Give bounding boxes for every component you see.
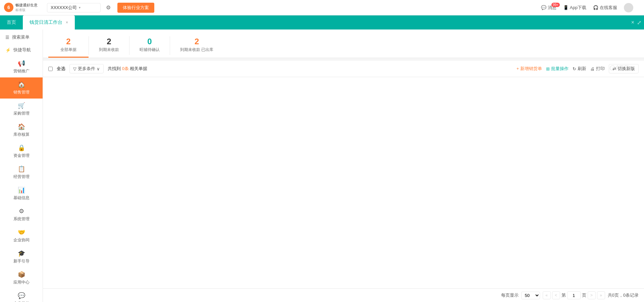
next-page-button[interactable]: > xyxy=(588,291,596,299)
tab-close-icon[interactable]: × xyxy=(66,20,68,25)
page-label: 第 xyxy=(561,292,566,298)
sales-icon: 🏠 xyxy=(18,81,25,88)
guide-icon: 🎓 xyxy=(18,250,25,257)
top-header: 6 畅捷通好生意 标准版 XXXXXX公司 ▾ ⚙ 体验行业方案 💬 消息 99… xyxy=(0,0,644,15)
message-icon: 💬 xyxy=(541,5,546,10)
tab-bar: 首页 钱货日清工作台 × × ⤢ xyxy=(0,15,644,29)
page-nav: « < 第 页 > » xyxy=(543,291,605,299)
last-page-button[interactable]: » xyxy=(597,291,605,299)
print-icon: 🖨 xyxy=(590,66,595,71)
sidebar-item-inventory[interactable]: 🏠 库存核算 xyxy=(0,120,43,141)
logo-icon: 6 xyxy=(4,3,13,12)
cooperation-icon: 🤝 xyxy=(18,229,25,236)
main-layout: ☰ 搜索菜单 ⚡ 快捷导航 📢 营销推广 🏠 销售管理 🛒 采购管理 🏠 库存核… xyxy=(0,29,644,302)
sidebar-item-finance[interactable]: 🔒 资金管理 xyxy=(0,141,43,162)
select-all-checkbox[interactable] xyxy=(48,67,53,71)
tab-home[interactable]: 首页 xyxy=(0,15,23,29)
purchase-icon: 🛒 xyxy=(18,102,25,109)
stat-tab-pending[interactable]: 0 旺辅待确认 xyxy=(129,34,170,58)
logo-area: 6 畅捷通好生意 标准版 xyxy=(4,3,47,12)
stat-tab-all[interactable]: 2 全部单据 xyxy=(48,34,89,58)
service-icon: 🎧 xyxy=(593,5,598,10)
switch-icon: ⇄ xyxy=(612,66,616,71)
finance-icon: 🔒 xyxy=(18,144,25,152)
online-service-button[interactable]: 🎧 在线客服 xyxy=(593,5,617,11)
toolbar-right: + 新增销货单 ⊞ 批量操作 ↻ 刷新 🖨 打印 ⇄ 切换新版 xyxy=(517,64,639,73)
sidebar-item-app-center[interactable]: 📦 应用中心 xyxy=(0,267,43,289)
logo-sub: 标准版 xyxy=(15,8,38,12)
avatar[interactable] xyxy=(624,3,633,12)
stat-number-all: 2 xyxy=(66,37,70,46)
settings-button[interactable]: ⚙ xyxy=(103,3,113,13)
quick-nav-icon: ⚡ xyxy=(5,48,11,53)
close-window-icon[interactable]: × xyxy=(631,19,634,26)
stat-tab-overdue[interactable]: 2 到期未收款 xyxy=(89,34,129,58)
message-button[interactable]: 💬 消息 99+ xyxy=(541,5,556,11)
found-count: 0条 xyxy=(122,66,129,71)
company-selector[interactable]: XXXXXX公司 ▾ xyxy=(47,3,101,12)
page-number-input[interactable] xyxy=(567,291,581,299)
toolbar: 全选 ▽ 更多条件 ∨ 共找到 0条 相关单据 + 新增销货单 ⊞ 批量操作 ↻ xyxy=(43,61,644,77)
tab-controls: × ⤢ xyxy=(631,19,641,26)
filter-icon: ▽ xyxy=(73,66,76,71)
stat-number-overdue: 2 xyxy=(107,37,111,46)
filter-chevron-icon: ∨ xyxy=(97,66,100,71)
trial-button[interactable]: 体验行业方案 xyxy=(117,3,154,13)
pagination-bar: 每页显示 50 100 200 « < 第 页 > » 共0页，0条记录 xyxy=(43,288,644,302)
refresh-icon: ↻ xyxy=(573,66,576,71)
per-page-select[interactable]: 50 100 200 xyxy=(521,292,540,299)
message-badge: 99+ xyxy=(551,3,560,7)
batch-icon: ⊞ xyxy=(546,66,550,71)
search-icon: ☰ xyxy=(5,35,9,40)
stat-tab-shipped[interactable]: 2 到期未收款 已出库 xyxy=(170,34,223,58)
batch-operation-button[interactable]: ⊞ 批量操作 xyxy=(546,66,569,72)
download-icon: 📱 xyxy=(563,5,569,10)
sidebar-item-operations[interactable]: 📋 经营管理 xyxy=(0,162,43,183)
sidebar-item-system[interactable]: ⚙ 系统管理 xyxy=(0,204,43,225)
filter-button[interactable]: ▽ 更多条件 ∨ xyxy=(69,64,104,73)
tab-workbench[interactable]: 钱货日清工作台 × xyxy=(23,15,75,29)
company-name: XXXXXX公司 xyxy=(51,5,77,11)
stat-number-pending: 0 xyxy=(147,37,152,46)
sidebar: ☰ 搜索菜单 ⚡ 快捷导航 📢 营销推广 🏠 销售管理 🛒 采购管理 🏠 库存核… xyxy=(0,29,43,302)
select-all-label: 全选 xyxy=(57,66,65,72)
operations-icon: 📋 xyxy=(18,165,25,173)
found-text: 共找到 0条 相关单据 xyxy=(108,66,147,72)
main-content: 2 全部单据 2 到期未收款 0 旺辅待确认 2 到期未收款 已出库 全选 xyxy=(43,29,644,302)
sidebar-item-quick-nav[interactable]: ⚡ 快捷导航 xyxy=(0,44,43,56)
total-text: 共0页，0条记录 xyxy=(608,292,639,298)
chevron-down-icon: ▾ xyxy=(79,6,80,9)
stat-label-shipped: 到期未收款 已出库 xyxy=(180,47,213,53)
maximize-icon[interactable]: ⤢ xyxy=(637,19,641,26)
stat-label-pending: 旺辅待确认 xyxy=(140,47,160,53)
per-page-label: 每页显示 xyxy=(501,292,519,298)
sidebar-item-search-menu[interactable]: ☰ 搜索菜单 xyxy=(0,31,43,44)
sidebar-item-sales[interactable]: 🏠 销售管理 xyxy=(0,77,43,99)
sidebar-item-wechat[interactable]: 💬 企业微信 xyxy=(0,289,43,302)
marketing-icon: 📢 xyxy=(18,60,25,67)
stat-label-all: 全部单据 xyxy=(60,47,76,53)
prev-page-button[interactable]: < xyxy=(552,291,560,299)
switch-version-button[interactable]: ⇄ 切换新版 xyxy=(609,64,639,73)
wechat-icon: 💬 xyxy=(18,292,25,299)
table-area xyxy=(43,77,644,288)
stats-bar: 2 全部单据 2 到期未收款 0 旺辅待确认 2 到期未收款 已出库 xyxy=(43,29,644,58)
system-icon: ⚙ xyxy=(19,207,24,215)
page-suffix: 页 xyxy=(582,292,586,298)
sidebar-item-cooperation[interactable]: 🤝 企业协同 xyxy=(0,225,43,246)
app-center-icon: 📦 xyxy=(18,271,25,278)
sidebar-item-guide[interactable]: 🎓 新手引导 xyxy=(0,246,43,267)
header-right: 💬 消息 99+ 📱 App下载 🎧 在线客服 xyxy=(541,3,640,12)
logo-text: 畅捷通好生意 xyxy=(15,3,38,7)
first-page-button[interactable]: « xyxy=(543,291,551,299)
sidebar-item-purchase[interactable]: 🛒 采购管理 xyxy=(0,99,43,120)
stat-number-shipped: 2 xyxy=(195,37,199,46)
app-download-button[interactable]: 📱 App下载 xyxy=(563,5,586,11)
sidebar-item-marketing[interactable]: 📢 营销推广 xyxy=(0,56,43,77)
stat-label-overdue: 到期未收款 xyxy=(99,47,119,53)
new-sales-order-button[interactable]: + 新增销货单 xyxy=(517,66,542,72)
sidebar-item-basic-info[interactable]: 📊 基础信息 xyxy=(0,183,43,204)
print-button[interactable]: 🖨 打印 xyxy=(590,66,605,72)
refresh-button[interactable]: ↻ 刷新 xyxy=(573,66,586,72)
inventory-icon: 🏠 xyxy=(18,123,25,130)
